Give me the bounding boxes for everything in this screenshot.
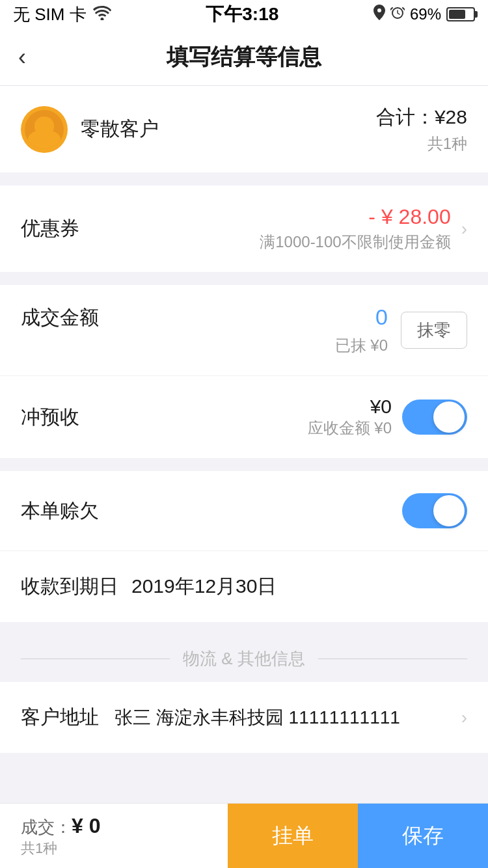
address-label: 客户地址	[21, 704, 99, 731]
save-button[interactable]: 保存	[358, 804, 488, 868]
customer-left: 零散客户	[21, 106, 159, 153]
wifi-icon	[93, 5, 111, 25]
deal-value[interactable]: 0	[375, 305, 388, 330]
bottom-deal-label: 成交：	[21, 817, 72, 837]
precharge-row: 冲预收 ¥0 应收金额 ¥0	[0, 375, 488, 458]
total-price: 合计：¥28	[376, 104, 467, 131]
back-button[interactable]: ‹	[18, 44, 26, 71]
customer-total: 合计：¥28 共1种	[376, 104, 467, 154]
precharge-value: ¥0	[308, 396, 392, 418]
precharge-sub: 应收金额 ¥0	[308, 418, 392, 439]
customer-name: 零散客户	[81, 116, 159, 142]
round-btn[interactable]: 抹零	[401, 312, 467, 349]
hold-button[interactable]: 挂单	[228, 804, 358, 868]
toggle-knob	[433, 401, 465, 433]
coupon-value: - ¥ 28.00	[260, 205, 450, 229]
precharge-toggle[interactable]	[402, 400, 467, 435]
chevron-icon: ›	[461, 219, 467, 239]
status-bar: 无 SIM 卡 下午3:18 69%	[0, 0, 488, 29]
precharge-right: ¥0 应收金额 ¥0	[308, 396, 467, 439]
address-chevron-icon: ›	[461, 707, 467, 728]
location-icon	[373, 5, 385, 24]
precharge-label: 冲预收	[21, 404, 79, 431]
bottom-bar: 成交：¥ 0 共1种 挂单 保存	[0, 803, 488, 868]
logistics-section-label: 物流 & 其他信息	[170, 647, 318, 670]
bottom-count: 共1种	[21, 839, 207, 858]
avatar-body	[28, 129, 61, 149]
coupon-label: 优惠券	[21, 215, 79, 242]
coupon-card[interactable]: 优惠券 - ¥ 28.00 满1000-100不限制使用金额 ›	[0, 185, 488, 272]
debt-toggle[interactable]	[402, 493, 467, 528]
address-value: 张三 海淀永丰科技园 11111111111	[115, 705, 461, 730]
battery-percentage: 69%	[410, 5, 441, 23]
customer-card: 零散客户 合计：¥28 共1种	[0, 86, 488, 172]
deal-amount-card: 成交金额 0 已抹 ¥0 抹零 冲预收 ¥0 应收金额 ¥0	[0, 285, 488, 458]
debt-card: 本单赊欠 收款到期日 2019年12月30日	[0, 471, 488, 622]
coupon-row[interactable]: 优惠券 - ¥ 28.00 满1000-100不限制使用金额 ›	[0, 185, 488, 272]
deal-amount-row: 成交金额 0 已抹 ¥0 抹零	[0, 285, 488, 375]
bottom-left: 成交：¥ 0 共1种	[0, 804, 228, 868]
avatar	[21, 106, 68, 153]
deal-right: 0 已抹 ¥0 抹零	[335, 305, 467, 356]
address-card[interactable]: 客户地址 张三 海淀永丰科技园 11111111111 ›	[0, 682, 488, 753]
status-left: 无 SIM 卡	[13, 3, 111, 26]
deal-sub: 已抹 ¥0	[335, 335, 388, 356]
nav-bar: ‹ 填写结算等信息	[0, 29, 488, 86]
bottom-deal-value: ¥ 0	[72, 814, 100, 837]
logistics-section-header: 物流 & 其他信息	[0, 635, 488, 682]
bottom-deal-label-wrapper: 成交：¥ 0	[21, 814, 207, 839]
page-title: 填写结算等信息	[167, 42, 321, 72]
total-count: 共1种	[376, 133, 467, 154]
due-date-row: 收款到期日 2019年12月30日	[0, 550, 488, 622]
battery-icon	[446, 7, 475, 21]
coupon-sub: 满1000-100不限制使用金额	[260, 232, 450, 252]
avatar-inner	[25, 110, 64, 149]
debt-toggle-knob	[433, 495, 465, 526]
deal-label: 成交金额	[21, 305, 99, 331]
status-right: 69%	[373, 5, 475, 24]
total-value: ¥28	[435, 106, 467, 128]
total-label: 合计：	[376, 106, 435, 128]
due-date-label: 收款到期日	[21, 573, 118, 600]
coupon-right: - ¥ 28.00 满1000-100不限制使用金额 ›	[260, 205, 467, 252]
debt-row: 本单赊欠	[0, 471, 488, 550]
alarm-icon	[390, 5, 405, 23]
address-row[interactable]: 客户地址 张三 海淀永丰科技园 11111111111 ›	[0, 682, 488, 753]
amount-input-area: 0 已抹 ¥0	[335, 305, 388, 356]
debt-label: 本单赊欠	[21, 498, 99, 524]
status-time: 下午3:18	[206, 2, 278, 27]
main-content: 零散客户 合计：¥28 共1种 优惠券 - ¥ 28.00 满1000-100不…	[0, 86, 488, 844]
due-date-value[interactable]: 2019年12月30日	[131, 573, 277, 600]
customer-row: 零散客户 合计：¥28 共1种	[0, 86, 488, 172]
sim-text: 无 SIM 卡	[13, 3, 87, 26]
